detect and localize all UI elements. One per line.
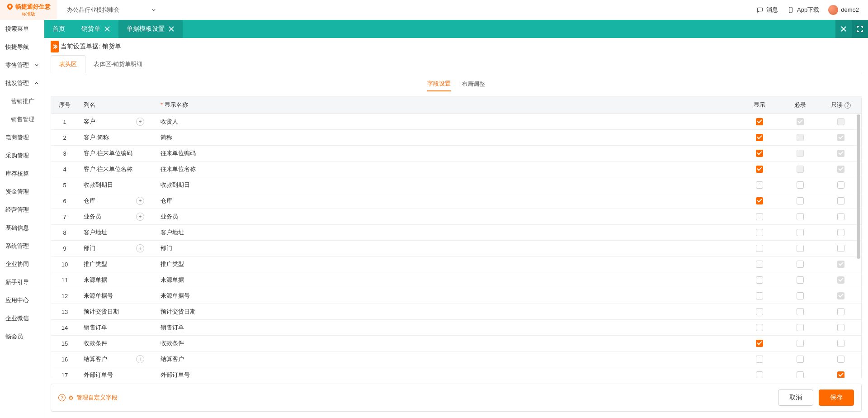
sidebar-item[interactable]: 基础信息 bbox=[0, 219, 44, 237]
sidebar-item[interactable]: 企业微信 bbox=[0, 309, 44, 328]
sidebar-item[interactable]: 企业协同 bbox=[0, 255, 44, 273]
checkbox[interactable] bbox=[756, 245, 763, 252]
checkbox[interactable] bbox=[797, 261, 804, 268]
tab-close-all-button[interactable] bbox=[835, 20, 852, 38]
checkbox[interactable] bbox=[837, 308, 844, 315]
sub-switch-btn[interactable]: 字段设置 bbox=[427, 80, 451, 91]
checkbox[interactable] bbox=[797, 340, 804, 347]
cell-display-name[interactable]: 业务员 bbox=[155, 209, 739, 225]
cell-display-name[interactable]: 结算客户 bbox=[155, 352, 739, 367]
checkbox[interactable] bbox=[756, 166, 763, 173]
checkbox[interactable] bbox=[756, 276, 763, 284]
area-tab[interactable]: 表头区 bbox=[51, 55, 85, 73]
collapse-handle[interactable] bbox=[51, 41, 59, 52]
help-icon[interactable]: ? bbox=[844, 102, 851, 109]
checkbox[interactable] bbox=[797, 276, 804, 284]
cell-display-name[interactable]: 推广类型 bbox=[155, 256, 739, 272]
sidebar-item[interactable]: 零售管理 bbox=[0, 56, 44, 74]
cell-display-name[interactable]: 简称 bbox=[155, 130, 739, 146]
checkbox[interactable] bbox=[797, 245, 804, 252]
checkbox[interactable] bbox=[756, 150, 763, 157]
checkbox[interactable] bbox=[756, 324, 763, 331]
checkbox[interactable] bbox=[837, 356, 844, 363]
sidebar-subitem[interactable]: 销售管理 bbox=[0, 110, 44, 128]
sidebar-item[interactable]: 畅会员 bbox=[0, 328, 44, 346]
scrollbar-thumb[interactable] bbox=[857, 114, 860, 259]
checkbox[interactable] bbox=[756, 134, 763, 141]
checkbox[interactable] bbox=[756, 261, 763, 268]
checkbox[interactable] bbox=[797, 181, 804, 189]
sidebar-item[interactable]: 资金管理 bbox=[0, 183, 44, 201]
checkbox[interactable] bbox=[837, 213, 844, 220]
checkbox[interactable] bbox=[797, 356, 804, 363]
sidebar-item[interactable]: 系统管理 bbox=[0, 237, 44, 255]
main-tab[interactable]: 单据模板设置 bbox=[118, 20, 183, 38]
checkbox[interactable] bbox=[756, 308, 763, 315]
user-menu[interactable]: demo2 bbox=[828, 5, 859, 15]
cell-display-name[interactable]: 往来单位名称 bbox=[155, 162, 739, 177]
checkbox[interactable] bbox=[756, 292, 763, 299]
close-icon[interactable] bbox=[104, 26, 110, 32]
sidebar-item[interactable]: 快捷导航 bbox=[0, 38, 44, 56]
cell-display-name[interactable]: 客户地址 bbox=[155, 225, 739, 241]
cell-display-name[interactable]: 往来单位编码 bbox=[155, 146, 739, 162]
checkbox[interactable] bbox=[837, 324, 844, 331]
scrollbar[interactable] bbox=[857, 114, 860, 377]
cell-display-name[interactable]: 仓库 bbox=[155, 193, 739, 209]
app-logo[interactable]: 畅捷通好生意 标准版 bbox=[0, 0, 57, 20]
checkbox[interactable] bbox=[756, 229, 763, 236]
cell-display-name[interactable]: 收款到期日 bbox=[155, 177, 739, 193]
checkbox[interactable] bbox=[756, 197, 763, 204]
cell-display-name[interactable]: 外部订单号 bbox=[155, 367, 739, 379]
ledger-select[interactable]: 办公品行业模拟账套 bbox=[63, 3, 160, 17]
sidebar-item[interactable]: 应用中心 bbox=[0, 291, 44, 309]
cell-display-name[interactable]: 收货人 bbox=[155, 114, 739, 130]
area-tab[interactable]: 表体区-销货单明细 bbox=[85, 56, 151, 73]
cell-display-name[interactable]: 预计交货日期 bbox=[155, 304, 739, 320]
checkbox[interactable] bbox=[797, 308, 804, 315]
checkbox[interactable] bbox=[756, 371, 763, 378]
save-button[interactable]: 保存 bbox=[819, 390, 854, 406]
checkbox[interactable] bbox=[837, 245, 844, 252]
add-subfield-button[interactable]: + bbox=[136, 118, 144, 126]
main-tab[interactable]: 销货单 bbox=[73, 20, 118, 38]
sidebar-item[interactable]: 库存核算 bbox=[0, 165, 44, 183]
checkbox[interactable] bbox=[837, 181, 844, 189]
checkbox[interactable] bbox=[756, 213, 763, 220]
checkbox[interactable] bbox=[756, 181, 763, 189]
checkbox[interactable] bbox=[797, 213, 804, 220]
cell-display-name[interactable]: 来源单据 bbox=[155, 272, 739, 288]
sub-switch-btn[interactable]: 布局调整 bbox=[462, 80, 485, 91]
app-download-button[interactable]: App下载 bbox=[787, 6, 819, 14]
checkbox[interactable] bbox=[797, 324, 804, 331]
checkbox[interactable] bbox=[756, 118, 763, 125]
cell-display-name[interactable]: 收款条件 bbox=[155, 336, 739, 352]
cell-display-name[interactable]: 来源单据号 bbox=[155, 288, 739, 304]
sidebar-subitem[interactable]: 营销推广 bbox=[0, 92, 44, 110]
checkbox[interactable] bbox=[797, 197, 804, 204]
sidebar-item[interactable]: 新手引导 bbox=[0, 273, 44, 291]
main-tab[interactable]: 首页 bbox=[44, 20, 73, 38]
add-subfield-button[interactable]: + bbox=[136, 355, 144, 363]
messages-button[interactable]: 消息 bbox=[756, 6, 778, 14]
add-subfield-button[interactable]: + bbox=[136, 244, 144, 252]
close-icon[interactable] bbox=[168, 26, 175, 32]
sidebar-item[interactable]: 经营管理 bbox=[0, 201, 44, 219]
add-subfield-button[interactable]: + bbox=[136, 197, 144, 205]
cell-display-name[interactable]: 销售订单 bbox=[155, 320, 739, 336]
add-subfield-button[interactable]: + bbox=[136, 213, 144, 221]
checkbox[interactable] bbox=[837, 197, 844, 204]
fullscreen-button[interactable] bbox=[852, 20, 868, 38]
sidebar-item[interactable]: 批发管理 bbox=[0, 74, 44, 92]
cancel-button[interactable]: 取消 bbox=[778, 390, 813, 406]
custom-fields-link[interactable]: ? ⚙ 管理自定义字段 bbox=[58, 394, 118, 402]
sidebar-item[interactable]: 搜索菜单 bbox=[0, 20, 44, 38]
sidebar-item[interactable]: 电商管理 bbox=[0, 128, 44, 147]
sidebar-item[interactable]: 采购管理 bbox=[0, 147, 44, 165]
checkbox[interactable] bbox=[756, 340, 763, 347]
checkbox[interactable] bbox=[797, 292, 804, 299]
checkbox[interactable] bbox=[837, 229, 844, 236]
checkbox[interactable] bbox=[756, 356, 763, 363]
checkbox[interactable] bbox=[797, 371, 804, 378]
cell-display-name[interactable]: 部门 bbox=[155, 241, 739, 256]
